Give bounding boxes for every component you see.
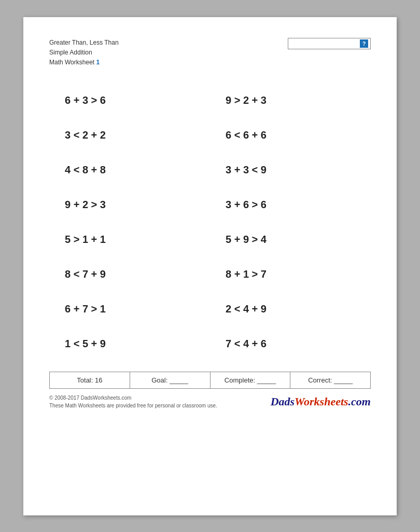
header-line2: Simple Addition bbox=[49, 48, 119, 58]
problem-left-8: 1 < 5 + 9 bbox=[49, 326, 210, 361]
copyright-line2: These Math Worksheets are provided free … bbox=[49, 402, 217, 410]
brand-dads: Dads bbox=[271, 395, 295, 408]
problem-left-5: 5 > 1 + 1 bbox=[49, 222, 210, 257]
header-line3-prefix: Math Worksheet bbox=[49, 59, 96, 66]
problem-left-7: 6 + 7 > 1 bbox=[49, 292, 210, 326]
header-left: Greater Than, Less Than Simple Addition … bbox=[49, 38, 119, 68]
problem-right-4: 3 + 6 > 6 bbox=[210, 187, 371, 222]
footer-total: Total: 16 bbox=[50, 372, 130, 388]
footer-correct: Correct: _____ bbox=[290, 372, 370, 388]
problem-right-8: 7 < 4 + 6 bbox=[210, 326, 371, 361]
problem-left-6: 8 < 7 + 9 bbox=[49, 257, 210, 292]
name-box[interactable]: ? bbox=[288, 38, 371, 49]
footer-bottom: © 2008-2017 DadsWorksheets.com These Mat… bbox=[49, 394, 371, 410]
header-line3: Math Worksheet 1 bbox=[49, 58, 119, 67]
problem-left-4: 9 + 2 > 3 bbox=[49, 187, 210, 222]
problem-right-6: 8 + 1 > 7 bbox=[210, 257, 371, 292]
problem-right-7: 2 < 4 + 9 bbox=[210, 292, 371, 326]
worksheet-page: Greater Than, Less Than Simple Addition … bbox=[23, 17, 397, 515]
problem-right-3: 3 + 3 < 9 bbox=[210, 153, 371, 187]
footer-goal: Goal: _____ bbox=[130, 372, 211, 388]
brand-com: .com bbox=[348, 395, 371, 408]
header-line1: Greater Than, Less Than bbox=[49, 38, 119, 48]
footer-bar: Total: 16 Goal: _____ Complete: _____ Co… bbox=[49, 372, 371, 389]
header: Greater Than, Less Than Simple Addition … bbox=[49, 38, 371, 68]
problems-grid: 6 + 3 > 69 > 2 + 33 < 2 + 26 < 6 + 64 < … bbox=[49, 83, 371, 361]
brand-logo: DadsWorksheets.com bbox=[271, 395, 371, 408]
footer-complete: Complete: _____ bbox=[211, 372, 291, 388]
brand-worksheets: Worksheets bbox=[295, 395, 348, 408]
problem-right-2: 6 < 6 + 6 bbox=[210, 118, 371, 153]
problem-left-1: 6 + 3 > 6 bbox=[49, 83, 210, 118]
name-box-icon: ? bbox=[360, 39, 368, 48]
problem-right-5: 5 + 9 > 4 bbox=[210, 222, 371, 257]
problem-left-2: 3 < 2 + 2 bbox=[49, 118, 210, 153]
copyright: © 2008-2017 DadsWorksheets.com These Mat… bbox=[49, 394, 217, 410]
problem-right-1: 9 > 2 + 3 bbox=[210, 83, 371, 118]
copyright-line1: © 2008-2017 DadsWorksheets.com bbox=[49, 394, 217, 402]
worksheet-number: 1 bbox=[96, 59, 100, 66]
problem-left-3: 4 < 8 + 8 bbox=[49, 153, 210, 187]
